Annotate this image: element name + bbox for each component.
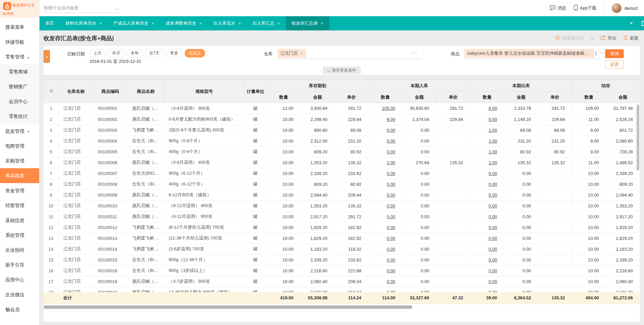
search-button[interactable]: 查询 [605, 49, 624, 58]
expand-more-conditions-button[interactable]: 展开更多条件 [323, 67, 361, 74]
sidebar-item[interactable]: 经营管理 [0, 198, 39, 213]
tab-active[interactable]: 收发存汇总表× [286, 16, 329, 30]
tab-item[interactable]: 产成品入库单历史× [108, 16, 160, 30]
date-preset-pill[interactable]: 近7天 [145, 49, 164, 57]
out-qty-link[interactable]: 0.00 [489, 214, 497, 219]
sidebar-item[interactable]: 电商管理 [0, 139, 39, 153]
close-tab-icon[interactable]: × [238, 21, 241, 26]
sidebar-item[interactable]: 会员中心 [0, 94, 39, 109]
out-qty-link[interactable]: 8.00 [489, 106, 497, 111]
close-tab-icon[interactable]: × [99, 21, 102, 26]
in-qty-link[interactable]: 0.00 [387, 268, 395, 273]
out-qty-link[interactable]: 1.00 [489, 139, 497, 144]
sidebar-item[interactable]: 快捷导航 [0, 34, 39, 49]
settings-button[interactable]: 设置 [605, 60, 624, 69]
user-menu[interactable]: demo2 [612, 3, 638, 13]
out-qty-link[interactable]: 0.00 [489, 236, 497, 241]
in-qty-link[interactable]: 0.00 [387, 290, 395, 293]
tab-item[interactable]: 出入库汇总× [247, 16, 286, 30]
warehouse-tag[interactable]: 江北门店× [277, 49, 306, 58]
cell-amount: 5.00 [470, 114, 504, 125]
sidebar-item[interactable]: 零售统计 [0, 109, 39, 124]
product-input[interactable] [464, 59, 599, 59]
out-qty-link[interactable]: 0.00 [489, 247, 497, 252]
date-preset-pill[interactable]: 更多 [166, 49, 182, 57]
in-qty-link[interactable]: 6.00 [387, 117, 395, 122]
chevron-down-icon[interactable] [591, 36, 594, 40]
fullscreen-icon[interactable] [642, 21, 644, 26]
out-qty-link[interactable]: 0.00 [489, 225, 497, 230]
in-qty-link[interactable]: 0.00 [387, 257, 395, 262]
collapse-filter-handle[interactable]: » [44, 50, 50, 63]
in-qty-link[interactable]: 105.00 [382, 106, 395, 111]
close-tab-icon[interactable]: × [199, 21, 202, 26]
vertical-scrollbar-thumb[interactable] [637, 104, 639, 171]
out-qty-link[interactable]: 1.00 [489, 160, 497, 165]
tab-item[interactable]: 成本调整单历史× [160, 16, 208, 30]
sidebar-item[interactable]: 应用中心 [0, 272, 39, 287]
tab-item[interactable]: 出入库流水× [208, 16, 247, 30]
sidebar-item[interactable]: 系统管理 [0, 228, 39, 243]
in-qty-link[interactable]: 0.00 [387, 236, 395, 241]
remove-warehouse-icon[interactable]: × [300, 51, 303, 56]
sidebar-item[interactable]: 采购管理 [0, 153, 39, 168]
print-by-template-button[interactable]: 按模板打印 [555, 35, 584, 41]
sidebar-item[interactable]: 零售管理▲ [0, 49, 39, 64]
out-qty-link[interactable]: 0.00 [489, 182, 497, 187]
close-tabs-icon[interactable]: × [629, 20, 633, 27]
product-tag[interactable]: babycare儿童餐具 婴儿注水保温碗 宝宝防摔碗吸盘碗辅食碗勺套装 雀湖绿 [464, 49, 594, 58]
sidebar-item[interactable]: 畅会员 [0, 302, 39, 317]
tab-item[interactable]: 首页 [40, 16, 60, 30]
app-download-button[interactable]: App下载 [574, 5, 596, 11]
in-qty-link[interactable]: 0.00 [387, 214, 395, 219]
close-tab-icon[interactable]: × [277, 21, 280, 26]
messages-button[interactable]: 消息 [550, 5, 566, 11]
in-qty-link[interactable]: 0.00 [387, 203, 395, 208]
out-qty-link[interactable]: 0.00 [489, 290, 497, 293]
sidebar-item[interactable]: 资金管理 [0, 183, 39, 198]
sidebar-item[interactable]: 零售商城 [0, 64, 39, 79]
out-qty-link[interactable]: 0.00 [489, 193, 497, 198]
sidebar-item[interactable]: 批发管理▼ [0, 124, 39, 139]
in-qty-link[interactable]: 0.00 [387, 279, 395, 284]
out-qty-link[interactable]: 5.00 [489, 117, 497, 122]
date-preset-pill[interactable]: 上月 [89, 49, 106, 57]
sidebar-item[interactable]: 新手引导 [0, 257, 39, 272]
refresh-button[interactable]: 刷新 [623, 35, 639, 41]
out-qty-link[interactable]: 0.00 [489, 203, 497, 208]
sidebar-item[interactable]: 基础信息 [0, 213, 39, 228]
warehouse-picker-ellipsis[interactable]: ··· [411, 50, 418, 56]
tab-item[interactable]: 材料出库单历史× [60, 16, 108, 30]
in-qty-link[interactable]: 0.00 [387, 171, 395, 176]
in-qty-link[interactable]: 0.00 [387, 247, 395, 252]
in-qty-link[interactable]: 2.00 [387, 160, 395, 165]
sidebar-item[interactable]: 营销推广 [0, 79, 39, 94]
out-qty-link[interactable]: 1.00 [489, 128, 497, 133]
in-qty-link[interactable]: 0.00 [387, 139, 395, 144]
date-range-value[interactable]: 2016-01-01 至 2023-12-31 [89, 58, 141, 65]
date-preset-pill[interactable]: 本年 [127, 49, 143, 57]
in-qty-link[interactable]: 0.00 [387, 225, 395, 230]
in-qty-link[interactable]: 0.00 [387, 182, 395, 187]
out-qty-link[interactable]: 0.00 [489, 279, 497, 284]
date-custom-pill[interactable]: 自定义 [185, 49, 205, 57]
in-qty-link[interactable]: 0.00 [387, 149, 395, 154]
warehouse-input[interactable] [277, 59, 422, 59]
account-selector[interactable]: 母婴行业演示账套 [44, 3, 120, 13]
out-qty-link[interactable]: 0.00 [489, 171, 497, 176]
close-tab-icon[interactable]: × [321, 21, 324, 26]
out-qty-link[interactable]: 0.00 [489, 268, 497, 273]
out-qty-link[interactable]: 0.00 [489, 257, 497, 262]
column-settings-gear[interactable] [44, 80, 59, 103]
export-button[interactable]: 导出 [600, 35, 616, 42]
out-qty-link[interactable]: 1.00 [489, 149, 497, 154]
horizontal-scrollbar-thumb[interactable] [44, 305, 412, 309]
in-qty-link[interactable]: 0.00 [387, 128, 395, 133]
in-qty-link[interactable]: 0.00 [387, 193, 395, 198]
close-tab-icon[interactable]: × [152, 21, 154, 26]
sidebar-item[interactable]: 企业协同 [0, 243, 39, 257]
sidebar-item[interactable]: 企业微信 [0, 287, 39, 302]
date-preset-pill[interactable]: 本月 [108, 49, 124, 57]
sidebar-item[interactable]: 库存核算 [0, 168, 39, 183]
sidebar-item[interactable]: 搜索菜单 [0, 20, 39, 34]
